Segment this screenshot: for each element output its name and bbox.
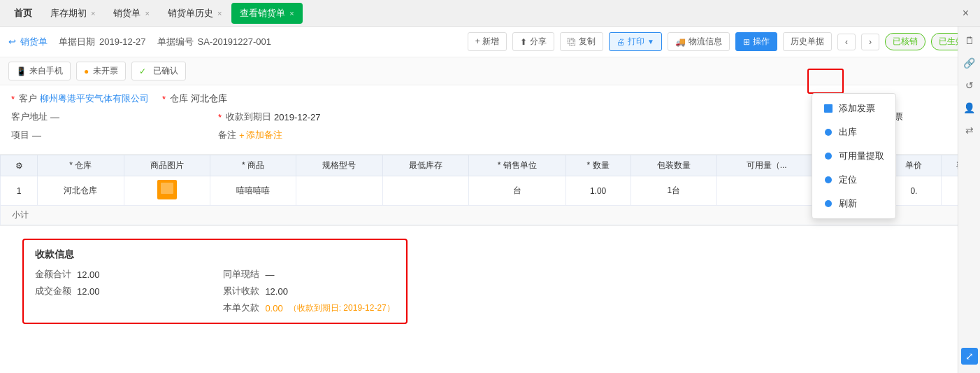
locate-item[interactable]: 定位	[812, 168, 895, 192]
customer-value[interactable]: 柳州粤港平安气体有限公司	[40, 92, 149, 105]
col-product: * 商品	[210, 155, 296, 176]
date-value: 2019-12-27	[99, 36, 146, 47]
number-label: 单据编号	[157, 36, 194, 48]
tab-label: 销货单历史	[168, 7, 213, 20]
refresh-item[interactable]: 刷新	[812, 192, 895, 216]
already-cancel-button[interactable]: 已核销	[885, 33, 925, 50]
operations-button[interactable]: ⊞ 操作	[735, 32, 777, 51]
doc-header: ↩ 销货单 单据日期 2019-12-27 单据编号 SA-20191227-0…	[0, 27, 980, 57]
cumulative-label: 累计收款	[223, 285, 259, 297]
panel-swap-icon[interactable]: ⇄	[961, 122, 978, 139]
tab-label: 库存期初	[50, 7, 87, 20]
panel-doc-icon[interactable]: 🗒	[961, 32, 978, 49]
tab-sales-order[interactable]: 销货单 ×	[105, 3, 157, 24]
doc-actions: + 新增 ⬆ 分享 ⿻ 复制 🖨 打印 ▼ 🚚 物流信息 ⊞ 操作	[468, 32, 972, 51]
phone-icon: 📱	[16, 66, 27, 76]
row-sales-unit: 台	[469, 176, 566, 206]
available-qty-label: 可用量提取	[839, 150, 884, 162]
close-icon[interactable]: ×	[217, 9, 222, 17]
debt-label: 本单欠款	[223, 302, 259, 314]
col-settings[interactable]: ⚙	[1, 155, 38, 176]
payment-grid: 金额合计 12.00 同单现结 — 成交金额 12.00 累计收款 12.00	[35, 268, 395, 314]
payment-wrap: 收款信息 金额合计 12.00 同单现结 — 成交金额 12.00 累计收款 1…	[0, 226, 980, 337]
tab-sales-history[interactable]: 销货单历史 ×	[159, 3, 230, 24]
payment-section: 收款信息 金额合计 12.00 同单现结 — 成交金额 12.00 累计收款 1…	[22, 239, 408, 324]
logistics-icon: 🚚	[675, 37, 686, 47]
locate-label: 定位	[839, 174, 857, 186]
row-min-stock	[382, 176, 468, 206]
required-indicator: *	[218, 112, 222, 122]
warehouse-field: * 仓库 河北仓库	[162, 92, 302, 105]
panel-refresh-icon[interactable]: ↺	[961, 77, 978, 94]
address-value: —	[50, 112, 59, 122]
warehouse-value: 河北仓库	[191, 92, 227, 105]
warehouse-label: 仓库	[170, 92, 188, 105]
from-phone-button[interactable]: 📱 来自手机	[8, 62, 71, 80]
toolbar-row: 📱 来自手机 未开票 已确认	[0, 57, 980, 85]
refresh-icon	[823, 199, 833, 209]
print-dropdown-icon: ▼	[647, 38, 654, 45]
add-note-button[interactable]: + 添加备注	[239, 129, 282, 141]
print-label: 打印	[628, 36, 644, 48]
panel-expand-icon[interactable]: ⤢	[961, 348, 978, 365]
tab-bar: 首页 库存期初 × 销货单 × 销货单历史 × 查看销货单 × ×	[0, 0, 980, 27]
cumulative-value: 12.00	[265, 286, 288, 297]
date-label: 单据日期	[59, 36, 95, 48]
invoice-icon	[823, 104, 833, 113]
doc-type-label: 销货单	[20, 36, 48, 48]
main-content: ↩ 销货单 单据日期 2019-12-27 单据编号 SA-20191227-0…	[0, 27, 980, 373]
warehouse-out-item[interactable]: 出库	[812, 120, 895, 144]
customer-label: 客户	[19, 92, 37, 105]
share-button[interactable]: ⬆ 分享	[512, 32, 554, 51]
new-button[interactable]: + 新增	[468, 32, 507, 51]
same-order-value: —	[265, 269, 274, 280]
copy-button[interactable]: ⿻ 复制	[560, 32, 603, 51]
address-field: 客户地址 —	[11, 111, 151, 123]
row-pack-qty: 1台	[630, 176, 716, 206]
number-value: SA-20191227-001	[198, 36, 272, 47]
col-min-stock: 最低库存	[382, 155, 468, 176]
required-indicator: *	[162, 94, 166, 104]
confirmed-button[interactable]: 已确认	[131, 62, 186, 80]
warehouse-out-label: 出库	[839, 126, 857, 139]
note-label: 备注	[218, 129, 236, 141]
from-phone-label: 来自手机	[29, 65, 63, 77]
project-label: 项目	[11, 129, 29, 141]
window-close-button[interactable]: ×	[963, 7, 969, 20]
print-icon: 🖨	[617, 37, 625, 47]
required-indicator: *	[11, 94, 15, 104]
payment-cumulative-row: 累计收款 12.00	[223, 285, 394, 297]
logistics-button[interactable]: 🚚 物流信息	[668, 32, 730, 51]
plus-icon: +	[239, 130, 245, 141]
add-note-label: 添加备注	[246, 129, 282, 141]
project-field: 项目 —	[11, 129, 151, 141]
address-label: 客户地址	[11, 111, 48, 123]
not-opened-button[interactable]: 未开票	[76, 62, 126, 80]
share-label: 分享	[530, 36, 547, 48]
available-qty-item[interactable]: 可用量提取	[812, 144, 895, 168]
print-button[interactable]: 🖨 打印 ▼	[609, 32, 662, 51]
tab-view-sales[interactable]: 查看销货单 ×	[231, 3, 302, 24]
payment-title: 收款信息	[35, 248, 395, 261]
row-model	[296, 176, 382, 206]
col-pack-qty: 包装数量	[630, 155, 716, 176]
panel-link-icon[interactable]: 🔗	[961, 55, 978, 71]
row-quantity: 1.00	[565, 176, 630, 206]
row-available	[717, 176, 816, 206]
history-button[interactable]: 历史单据	[783, 32, 832, 51]
due-date-label: 收款到期日	[226, 111, 271, 123]
prev-button[interactable]: ‹	[837, 34, 856, 50]
panel-user-icon[interactable]: 👤	[961, 99, 978, 116]
operations-dropdown: 添加发票 出库 可用量提取 定位 刷新	[812, 93, 896, 219]
total-label: 金额合计	[35, 268, 71, 281]
next-button[interactable]: ›	[861, 34, 879, 50]
close-icon[interactable]: ×	[91, 9, 95, 17]
close-icon[interactable]: ×	[145, 9, 149, 17]
tab-inventory-start[interactable]: 库存期初 ×	[42, 3, 103, 24]
doc-date-meta: 单据日期 2019-12-27	[59, 36, 146, 48]
add-invoice-item[interactable]: 添加发票	[812, 97, 895, 120]
col-available: 可用量（...	[717, 155, 816, 176]
tab-home[interactable]: 首页	[6, 3, 41, 24]
tab-label: 查看销货单	[240, 7, 285, 20]
close-icon[interactable]: ×	[289, 9, 294, 17]
